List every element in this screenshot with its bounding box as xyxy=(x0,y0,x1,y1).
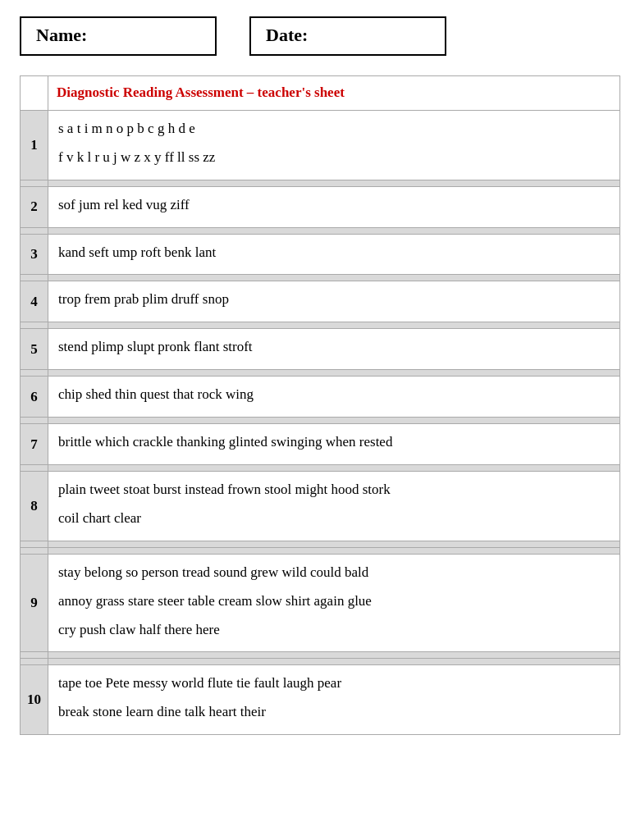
word-line: kand seft ump roft benk lant xyxy=(58,241,610,265)
word-line: plain tweet stoat burst instead frown st… xyxy=(58,478,610,502)
spacer-row xyxy=(21,370,620,377)
row-number: 5 xyxy=(21,329,48,370)
word-line: stend plimp slupt pronk flant stroft xyxy=(58,336,610,359)
word-line: annoy grass stare steer table cream slow… xyxy=(58,590,610,614)
row-content: sof jum rel ked vug ziff xyxy=(48,186,620,227)
table-row: 5stend plimp slupt pronk flant stroft xyxy=(21,329,620,370)
row-number: 6 xyxy=(21,377,48,418)
table-row: 10tape toe Pete messy world flute tie fa… xyxy=(21,665,620,735)
row-content: plain tweet stoat burst instead frown st… xyxy=(48,472,620,541)
name-field[interactable]: Name: xyxy=(20,16,217,56)
header: Name: Date: xyxy=(20,16,620,56)
table-row: 7brittle which crackle thanking glinted … xyxy=(21,424,620,465)
row-number: 10 xyxy=(21,665,48,735)
table-row: 2sof jum rel ked vug ziff xyxy=(21,186,620,227)
word-line: break stone learn dine talk heart their xyxy=(58,701,610,724)
spacer-row xyxy=(21,322,620,329)
row-number: 3 xyxy=(21,234,48,275)
word-line: f v k l r u j w z x y ff ll ss zz xyxy=(58,146,610,170)
spacer-row xyxy=(21,547,620,554)
table-row: 4trop frem prab plim druff snop xyxy=(21,281,620,322)
assessment-table: Diagnostic Reading Assessment – teacher'… xyxy=(20,75,620,735)
word-line: sof jum rel ked vug ziff xyxy=(58,194,610,217)
spacer-row xyxy=(21,180,620,186)
word-line: cry push claw half there here xyxy=(58,619,610,642)
spacer-row xyxy=(21,541,620,547)
word-line: chip shed thin quest that rock wing xyxy=(58,383,610,407)
table-row: 9stay belong so person tread sound grew … xyxy=(21,554,620,652)
name-label: Name: xyxy=(36,25,87,45)
spacer-row xyxy=(21,227,620,234)
row-content: trop frem prab plim druff snop xyxy=(48,281,620,322)
spacer-row xyxy=(21,418,620,424)
row-content: stay belong so person tread sound grew w… xyxy=(48,554,620,652)
spacer-row xyxy=(21,275,620,281)
table-row: 1s a t i m n o p b c g h d ef v k l r u … xyxy=(21,110,620,180)
spacer-row xyxy=(21,465,620,472)
row-number: 1 xyxy=(21,110,48,180)
row-content: brittle which crackle thanking glinted s… xyxy=(48,424,620,465)
table-row: 6chip shed thin quest that rock wing xyxy=(21,377,620,418)
row-content: s a t i m n o p b c g h d ef v k l r u j… xyxy=(48,110,620,180)
date-field[interactable]: Date: xyxy=(249,16,446,56)
table-row: 8plain tweet stoat burst instead frown s… xyxy=(21,472,620,541)
word-line: stay belong so person tread sound grew w… xyxy=(58,561,610,585)
word-line: brittle which crackle thanking glinted s… xyxy=(58,431,610,454)
row-number: 9 xyxy=(21,554,48,652)
row-number: 7 xyxy=(21,424,48,465)
word-line: s a t i m n o p b c g h d e xyxy=(58,117,610,141)
word-line: trop frem prab plim druff snop xyxy=(58,288,610,312)
row-number: 4 xyxy=(21,281,48,322)
row-content: tape toe Pete messy world flute tie faul… xyxy=(48,665,620,735)
assessment-title: Diagnostic Reading Assessment – teacher'… xyxy=(57,84,345,100)
date-label: Date: xyxy=(266,25,308,45)
spacer-row xyxy=(21,652,620,659)
spacer-row xyxy=(21,659,620,665)
table-row: 3kand seft ump roft benk lant xyxy=(21,234,620,275)
row-content: kand seft ump roft benk lant xyxy=(48,234,620,275)
word-line: tape toe Pete messy world flute tie faul… xyxy=(58,672,610,696)
word-line: coil chart clear xyxy=(58,507,610,531)
row-number: 2 xyxy=(21,186,48,227)
row-content: chip shed thin quest that rock wing xyxy=(48,377,620,418)
row-number: 8 xyxy=(21,472,48,541)
title-row: Diagnostic Reading Assessment – teacher'… xyxy=(21,76,620,111)
row-content: stend plimp slupt pronk flant stroft xyxy=(48,329,620,370)
